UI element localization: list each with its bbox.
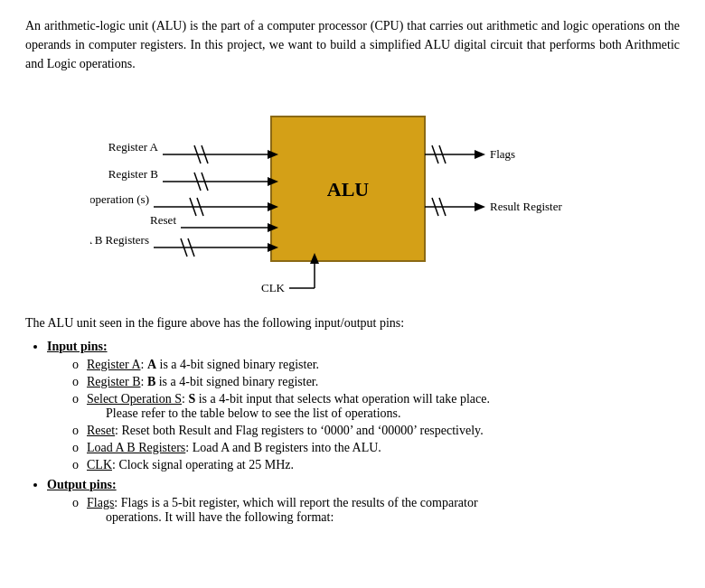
output-pins-item: Output pins: Flags: Flags is a 5-bit reg…	[47, 478, 680, 525]
register-b-desc: : B is a 4-bit signed binary register.	[141, 375, 319, 388]
flags-term: Flags	[87, 496, 114, 509]
reset-desc: : Reset both Result and Flag registers t…	[115, 424, 484, 437]
svg-text:Load A B Registers: Load A B Registers	[90, 233, 149, 247]
svg-text:CLK: CLK	[261, 281, 286, 294]
clk-term: CLK	[87, 458, 112, 471]
reset-term: Reset	[87, 424, 115, 437]
clk-desc: : Clock signal operating at 25 MHz.	[112, 458, 294, 471]
clk-item: CLK: Clock signal operating at 25 MHz.	[69, 458, 680, 472]
svg-marker-37	[475, 202, 485, 211]
select-op-term: Select Operation S	[87, 392, 182, 406]
svg-text:Result Register: Result Register	[490, 200, 562, 213]
svg-marker-32	[475, 150, 485, 159]
load-ab-desc: : Load A and B registers into the ALU.	[185, 441, 381, 454]
register-a-item: Register A: A is a 4-bit signed binary r…	[69, 358, 680, 372]
alu-diagram: ALU Register A Register B Select operati…	[25, 89, 680, 297]
flags-item: Flags: Flags is a 5-bit register, which …	[69, 496, 680, 525]
register-a-desc: : A is a 4-bit signed binary register.	[141, 358, 320, 371]
intro-paragraph: An arithmetic-logic unit (ALU) is the pa…	[25, 16, 680, 73]
description-paragraph: The ALU unit seen in the figure above ha…	[25, 313, 680, 332]
svg-text:Reset: Reset	[150, 213, 176, 227]
output-sub-list: Flags: Flags is a 5-bit register, which …	[69, 496, 680, 525]
input-sub-list: Register A: A is a 4-bit signed binary r…	[69, 358, 680, 472]
load-ab-term: Load A B Registers	[87, 441, 185, 454]
register-b-item: Register B: B is a 4-bit signed binary r…	[69, 375, 680, 389]
flags-desc: : Flags is a 5-bit register, which will …	[87, 496, 478, 524]
svg-text:Select operation (s): Select operation (s)	[90, 192, 149, 206]
input-pins-item: Input pins: Register A: A is a 4-bit sig…	[47, 340, 680, 472]
reset-item: Reset: Reset both Result and Flag regist…	[69, 424, 680, 438]
svg-text:ALU: ALU	[327, 178, 370, 201]
register-a-term: Register A	[87, 358, 141, 371]
load-ab-item: Load A B Registers: Load A and B registe…	[69, 441, 680, 455]
pins-list: Input pins: Register A: A is a 4-bit sig…	[47, 340, 680, 525]
svg-text:Register B: Register B	[108, 167, 159, 181]
output-heading: Output pins:	[47, 478, 117, 491]
svg-text:Register A: Register A	[108, 140, 159, 154]
input-heading: Input pins:	[47, 340, 108, 353]
select-op-item: Select Operation S: S is a 4-bit input t…	[69, 392, 680, 421]
register-b-term: Register B	[87, 375, 141, 388]
svg-text:Flags: Flags	[490, 147, 515, 161]
